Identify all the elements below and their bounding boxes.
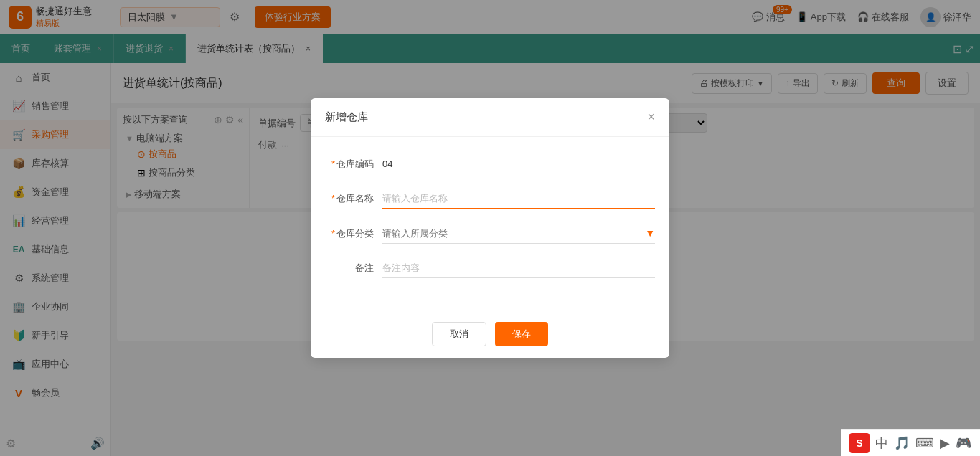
category-select-wrap: ▼	[382, 223, 655, 244]
name-input-wrap	[382, 189, 655, 209]
footer-icon-3[interactable]: ⌨	[915, 435, 934, 451]
name-label: 仓库名称	[325, 192, 382, 205]
cancel-button[interactable]: 取消	[432, 322, 486, 346]
note-input-wrap	[382, 258, 655, 278]
footer-icon-5[interactable]: 🎮	[956, 435, 971, 451]
category-dropdown-arrow[interactable]: ▼	[645, 227, 655, 239]
code-input[interactable]	[382, 154, 655, 174]
modal-body: 仓库编码 仓库名称 仓库分类 ▼	[311, 137, 669, 310]
modal-field-code: 仓库编码	[325, 154, 655, 174]
category-label: 仓库分类	[325, 227, 382, 240]
code-label: 仓库编码	[325, 158, 382, 171]
footer-icon-4[interactable]: ▶	[940, 435, 950, 451]
modal-overlay[interactable]: 新增仓库 × 仓库编码 仓库名称 仓库分类	[0, 0, 980, 456]
footer-icon-1[interactable]: 中	[875, 434, 888, 452]
note-label: 备注	[325, 262, 382, 275]
modal-header: 新增仓库 ×	[311, 98, 669, 137]
code-input-wrap	[382, 154, 655, 174]
modal-close-button[interactable]: ×	[647, 110, 655, 125]
note-input[interactable]	[382, 258, 655, 278]
modal-title: 新增仓库	[325, 110, 368, 124]
modal-field-name: 仓库名称	[325, 189, 655, 209]
category-input[interactable]	[382, 228, 645, 239]
save-button[interactable]: 保存	[495, 322, 548, 346]
footer-logo: S	[849, 433, 870, 453]
footer-icon-2[interactable]: 🎵	[894, 435, 910, 451]
modal-add-warehouse: 新增仓库 × 仓库编码 仓库名称 仓库分类	[311, 98, 669, 358]
modal-field-note: 备注	[325, 258, 655, 278]
footer-bar: S 中 🎵 ⌨ ▶ 🎮	[841, 429, 980, 456]
name-input[interactable]	[382, 189, 655, 209]
modal-field-category: 仓库分类 ▼	[325, 223, 655, 244]
modal-footer: 取消 保存	[311, 310, 669, 358]
